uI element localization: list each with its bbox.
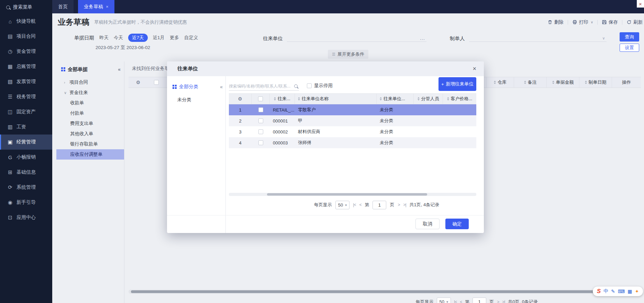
save-button[interactable]: 保存: [602, 19, 618, 25]
sidebar-item-guide[interactable]: ◉新手引导: [0, 195, 52, 210]
confirm-button[interactable]: 确定: [445, 219, 469, 229]
column-remark[interactable]: 备注: [514, 77, 546, 88]
ime-chinese-mode-icon[interactable]: 中: [603, 288, 608, 294]
sidebar-item-funds[interactable]: ◷资金管理: [0, 44, 52, 59]
tree-item-other-income[interactable]: 其他收入单: [56, 129, 124, 139]
delete-button[interactable]: 删除: [547, 19, 564, 25]
date-option-yesterday[interactable]: 昨天: [99, 35, 109, 41]
prev-page-button[interactable]: <: [460, 300, 462, 303]
next-page-button[interactable]: >: [497, 300, 499, 303]
main-horizontal-scrollbar[interactable]: [129, 290, 641, 294]
prev-page-button[interactable]: <: [359, 202, 361, 207]
ime-grid-icon[interactable]: ▦: [628, 289, 632, 294]
tree-item-ar-ap-adjust[interactable]: 应收应付调整单: [56, 149, 124, 160]
select-all-checkbox[interactable]: [258, 96, 263, 101]
last-page-button[interactable]: >|: [502, 300, 505, 303]
date-option-7days[interactable]: 近7天: [128, 34, 148, 42]
tab-close-icon[interactable]: ×: [106, 4, 109, 9]
per-page-select[interactable]: 50: [335, 201, 350, 209]
tree-item-funds-flow[interactable]: ∨资金往来: [56, 88, 124, 98]
column-partner-name[interactable]: 往来单位名称: [295, 94, 377, 104]
per-page-select[interactable]: 50: [437, 298, 451, 303]
sidebar-item-invoice[interactable]: ▧发票管理: [0, 74, 52, 89]
tree-item-bank-deposit[interactable]: 银行存取款单: [56, 139, 124, 149]
refresh-button[interactable]: 刷新: [626, 19, 643, 25]
column-amount[interactable]: 单据金额: [546, 77, 579, 88]
tree-item-project-contract[interactable]: ›项目合同: [56, 77, 124, 88]
scrollbar-thumb[interactable]: [131, 290, 633, 293]
sidebar-item-business-mgmt[interactable]: ▣经营管理: [0, 135, 52, 150]
sidebar-item-general-ledger[interactable]: ▦总账管理: [0, 59, 52, 74]
dialog-horizontal-scrollbar[interactable]: [229, 193, 476, 196]
sort-icon[interactable]: [380, 97, 382, 101]
date-option-month[interactable]: 近1月: [153, 35, 165, 41]
sidebar-item-quick-nav[interactable]: ⌂快捷导航: [0, 14, 52, 29]
partner-picker-ellipsis[interactable]: ...: [419, 35, 426, 42]
scrollbar-thumb[interactable]: [267, 193, 427, 196]
sidebar-item-reimburse[interactable]: G小畅报销: [0, 150, 52, 165]
column-warehouse[interactable]: 仓库: [486, 77, 514, 88]
last-page-button[interactable]: >|: [403, 202, 406, 207]
tree-item-payment[interactable]: 付款单: [56, 108, 124, 118]
row-checkbox[interactable]: [258, 118, 263, 123]
sogou-logo-icon[interactable]: S: [597, 288, 601, 295]
partner-row-selected[interactable]: 1 RETAIL_... 零散客户 未分类: [229, 104, 476, 115]
first-page-button[interactable]: |<: [353, 202, 356, 207]
table-settings-cell[interactable]: ⚙: [229, 94, 252, 104]
creator-filter-input[interactable]: ∨: [469, 34, 607, 42]
row-checkbox[interactable]: [258, 140, 263, 145]
date-option-custom[interactable]: 自定义: [184, 35, 198, 41]
column-create-date[interactable]: 制单日期: [579, 77, 612, 88]
sidebar-search[interactable]: 搜索菜单: [0, 0, 52, 14]
print-button[interactable]: 打印 ∨: [572, 19, 593, 25]
sort-icon[interactable]: [274, 97, 276, 101]
tree-item-receipt[interactable]: 收款单: [56, 98, 124, 108]
partner-row[interactable]: 2 000001 甲 未分类: [229, 115, 476, 126]
tab-business-draft[interactable]: 业务草稿 ×: [78, 0, 114, 13]
chevron-down-icon[interactable]: ∨: [601, 36, 606, 42]
column-manager[interactable]: 分管人员: [414, 94, 443, 104]
expand-more-button[interactable]: ☰ 展开更多条件: [328, 50, 368, 59]
add-partner-button[interactable]: + 新增往来单位: [438, 77, 476, 91]
dialog-close-icon[interactable]: ×: [473, 65, 476, 72]
page-number-input[interactable]: [473, 298, 486, 303]
sidebar-item-project-contract[interactable]: ▤项目合同: [0, 29, 52, 44]
sidebar-item-basic-info[interactable]: ⊞基础信息: [0, 165, 52, 180]
sort-icon[interactable]: [552, 81, 554, 84]
column-partner-code[interactable]: 往来...: [270, 94, 295, 104]
show-disabled-checkbox[interactable]: [307, 83, 312, 88]
sort-icon[interactable]: [298, 97, 300, 101]
category-item-uncategorized[interactable]: 未分类: [167, 90, 225, 103]
collapse-panel-icon[interactable]: «: [220, 84, 223, 90]
ime-skin-icon[interactable]: ✦: [635, 289, 639, 294]
query-button[interactable]: 查询: [620, 32, 639, 42]
sidebar-item-tax[interactable]: ☰税务管理: [0, 89, 52, 104]
partner-filter-input[interactable]: ...: [287, 34, 426, 42]
sidebar-item-fixed-assets[interactable]: ◫固定资产: [0, 104, 52, 119]
sort-icon[interactable]: [494, 81, 496, 84]
all-categories-item[interactable]: 全部分类 «: [167, 76, 225, 90]
ime-pen-icon[interactable]: ✎: [611, 289, 615, 294]
sidebar-item-app-center[interactable]: ⊡应用中心: [0, 210, 52, 225]
row-checkbox[interactable]: [258, 107, 263, 112]
show-disabled-toggle[interactable]: 显示停用: [307, 83, 333, 89]
sort-icon[interactable]: [524, 81, 526, 84]
settings-button[interactable]: 设置: [620, 44, 639, 52]
column-customer-price[interactable]: 客户价格...: [443, 94, 476, 104]
tree-item-expense[interactable]: 费用支出单: [56, 118, 124, 129]
first-page-button[interactable]: |<: [454, 300, 457, 303]
tab-home[interactable]: 首页: [52, 0, 74, 13]
partner-row[interactable]: 3 000002 材料供应商 未分类: [229, 126, 476, 137]
table-settings-cell[interactable]: ⚙: [129, 77, 148, 88]
sort-icon[interactable]: [418, 97, 420, 101]
ime-keyboard-icon[interactable]: ⌨: [618, 289, 625, 294]
select-all-checkbox[interactable]: [154, 80, 159, 85]
search-icon[interactable]: [294, 84, 298, 88]
column-partner-category[interactable]: 往来单位...: [377, 94, 414, 104]
next-page-button[interactable]: >: [398, 202, 400, 207]
sidebar-item-system[interactable]: ⟳系统管理: [0, 180, 52, 195]
partner-search-input[interactable]: [229, 84, 293, 90]
row-checkbox[interactable]: [258, 129, 263, 134]
collapse-panel-icon[interactable]: «: [118, 67, 121, 72]
sidebar-item-payroll[interactable]: ▥工资: [0, 119, 52, 135]
